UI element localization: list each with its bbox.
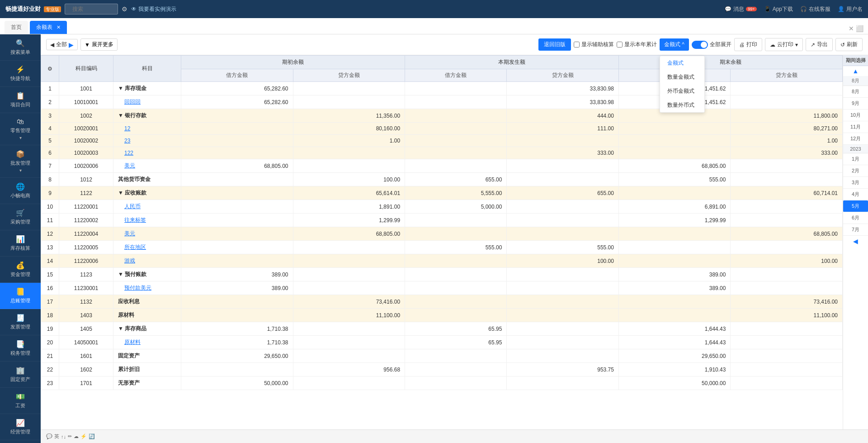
app-download-btn[interactable]: 📱 App下载 [764,5,793,13]
status-icon-chat[interactable]: 💬 [46,433,52,439]
col-open-debit: 借方金额 [181,69,293,82]
period-month-4[interactable]: 4月 [843,189,868,200]
online-service-btn[interactable]: 🎧 在线客服 [800,5,830,13]
status-lang[interactable]: 英 [54,433,59,440]
table-row: 81012其他货币资金100.00655.00555.00 [41,173,843,186]
refresh-btn[interactable]: ↺ 刷新 [835,38,863,51]
table-row: 1211220004美元68,805.0068,805.00 [41,227,843,241]
row-subject: 122 [113,147,181,159]
retail-icon: 🛍 [17,118,24,126]
table-settings-icon[interactable]: ⚙ [47,66,52,72]
table-row: 610020003122333.00333.00 [41,147,843,159]
sidebar-item-finance[interactable]: 💰 资金管理 [0,257,41,283]
table-container[interactable]: ⚙ 科目编码 科目 期初余额 本期发生额 期末余额 借方金额 贷方金额 借方金额 [41,55,843,429]
show-auxiliary-checkbox[interactable]: 显示辅助核算 [574,41,614,48]
row-num: 3 [41,109,59,123]
period-month-10[interactable]: 10月 [843,110,868,121]
print-btn[interactable]: 🖨 打印 [734,38,762,51]
window-close-icon[interactable]: ✕ [849,25,854,32]
dropdown-item-qty-amount[interactable]: 数量金额式 [660,70,704,84]
row-amount [181,109,293,123]
table-row: 210010001回回回65,282.6033,830.9831,451.62 [41,95,843,109]
sidebar-item-assets[interactable]: 🏢 固定资产 [0,362,41,388]
dropdown-item-foreign-amount[interactable]: 外币金额式 [660,84,704,98]
period-month-11[interactable]: 11月 [843,121,868,133]
return-old-btn[interactable]: 退回旧版 [538,38,571,51]
dropdown-item-amount[interactable]: 金额式 [660,56,704,70]
row-amount [618,295,731,309]
period-up-btn[interactable]: ▲ [853,67,859,75]
sidebar-item-search[interactable]: 🔍 搜索菜单 [0,34,41,61]
row-num: 7 [41,159,59,173]
row-amount: 6,891.00 [618,200,731,214]
user-avatar[interactable]: 👤 用户名 [838,5,863,13]
tab-home[interactable]: 首页 [5,21,28,34]
status-arrows[interactable]: ↑↓ [61,434,66,439]
period-month-2[interactable]: 2月 [843,165,868,177]
period-month-9[interactable]: 9月 [843,98,868,110]
table-row: 2014050001原材料1,710.3865.951,644.43 [41,336,843,349]
export-btn[interactable]: ↗ 导出 [806,38,833,51]
status-bar-content: 💬 英 ↑↓ ✏ ☁ ⚡ 🔄 [46,433,95,440]
period-month-1[interactable]: 1月 [843,153,868,165]
period-month-3[interactable]: 3月 [843,177,868,189]
row-subject[interactable]: ▼ 库存商品 [113,322,181,336]
gear-icon[interactable]: ⚙ [122,5,127,13]
search-arrow-icon[interactable]: ▶ [69,41,74,48]
window-maximize-icon[interactable]: ⬜ [856,25,863,32]
row-amount [507,214,619,227]
status-flash[interactable]: ⚡ [80,433,87,439]
period-month-7[interactable]: 7月 [843,224,868,236]
sidebar-item-inventory[interactable]: 📊 库存核算 [0,230,41,257]
row-subject[interactable]: ▼ 应收账款 [113,186,181,200]
row-amount: 555.00 [618,173,731,186]
sidebar-item-invoice[interactable]: 🧾 发票管理 [0,309,41,335]
sidebar-item-purchase[interactable]: 🛒 采购管理 [0,204,41,230]
row-subject[interactable]: ▼ 库存现金 [113,82,181,95]
row-subject[interactable]: ▼ 预付账款 [113,268,181,281]
status-edit[interactable]: ✏ [68,433,72,439]
demo-link[interactable]: 👁 我要看实例演示 [131,5,176,13]
tab-balance[interactable]: 余额表 ✕ [30,21,67,34]
status-sync[interactable]: 🔄 [89,433,95,439]
message-btn[interactable]: 💬 消息 99+ [725,5,756,13]
show-yearly-checkbox[interactable]: 显示本年累计 [617,41,657,48]
row-code: 1403 [59,309,113,322]
expand-all-toggle[interactable]: 全部展开 [692,41,731,49]
sidebar-item-expense[interactable]: 💳 小畅报销 [0,440,41,443]
row-subject[interactable]: ▼ 银行存款 [113,109,181,123]
search-icon: 🔍 [16,39,25,48]
sidebar-item-salary[interactable]: 💵 工资 [0,388,41,414]
subject-search-box: ◀ 全部 ▶ [46,39,78,50]
tab-close-icon[interactable]: ✕ [57,24,61,30]
sidebar-item-retail[interactable]: 🛍 零售管理 ▾ [0,113,41,145]
status-cloud[interactable]: ☁ [74,433,79,439]
row-num: 17 [41,295,59,309]
sidebar-item-operations[interactable]: 📈 经营管理 [0,414,41,440]
row-amount [181,254,293,268]
row-num: 23 [41,376,59,390]
row-amount [618,309,731,322]
wholesale-icon: 📦 [16,150,25,158]
row-amount: 11,356.00 [293,109,405,123]
row-subject: 原材料 [113,336,181,349]
period-collapse-btn[interactable]: ◀ [843,236,868,247]
row-amount: 73,416.00 [731,295,843,309]
sidebar-item-tax[interactable]: 📑 税务管理 [0,335,41,362]
period-month-5[interactable]: 5月 [843,200,868,212]
sidebar-item-wholesale[interactable]: 📦 批发管理 ▾ [0,145,41,178]
period-month-8[interactable]: 8月 [843,86,868,98]
global-search-input[interactable] [69,5,114,13]
period-month-12[interactable]: 12月 [843,133,868,145]
sidebar-item-ecommerce[interactable]: 🌐 小畅电商 [0,178,41,204]
col-settings[interactable]: ⚙ [41,56,59,82]
row-amount [731,281,843,295]
sidebar-item-ledger[interactable]: 📒 总账管理 [0,283,41,309]
sidebar-item-nav[interactable]: ⚡ 快捷导航 [0,61,41,87]
sidebar-item-project[interactable]: 📋 项目合同 [0,87,41,113]
expand-more-btn[interactable]: ▼ 展开更多 [80,38,118,51]
period-month-6[interactable]: 6月 [843,212,868,224]
dropdown-item-qty-foreign[interactable]: 数量外币式 [660,98,704,112]
cloud-print-btn[interactable]: ☁ 云打印 ▾ [765,38,803,51]
amount-style-btn[interactable]: 金额式 ^ [660,38,689,51]
